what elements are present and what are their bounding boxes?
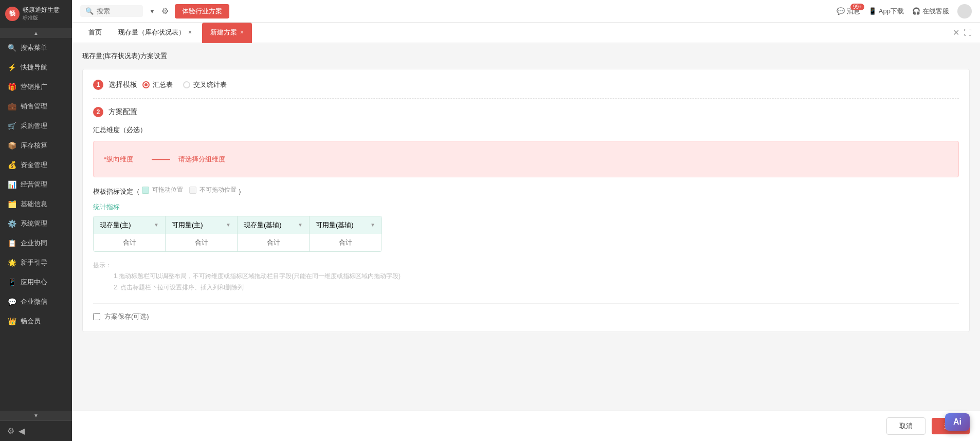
section1-title: 选择模板 [108,80,137,89]
stats-col-header-2[interactable]: 现存量(基辅)▼ [238,216,310,234]
stats-col-chevron-1[interactable]: ▼ [226,222,231,228]
hint-1: 1.拖动标题栏可以调整布局，不可跨维度或指标区域拖动栏目字段(只能在同一维度或指… [93,271,959,282]
radio-summary-btn[interactable] [142,81,150,88]
window-close-btn[interactable]: ✕ [953,28,959,38]
contract-icon: 📋 [7,238,16,248]
save-checkbox[interactable] [93,313,100,320]
member-label: 畅会员 [21,317,41,326]
radio-cross-btn[interactable] [183,81,190,88]
tabs: 首页 现存量（库存状况表） × 新建方案 × ✕ ⛶ [72,23,980,43]
ai-float-button[interactable]: Ai [945,413,970,431]
purchase-icon: 🛒 [7,121,16,131]
stats-col-header-0[interactable]: 现存量(主)▼ [94,216,166,234]
inventory-icon: 📦 [7,141,16,150]
service-icon: 🎧 [912,7,920,15]
tab-inventory-status[interactable]: 现存量（库存状况表） × [110,23,200,43]
section1-num: 1 [93,80,103,90]
operations-label: 经营管理 [21,180,47,189]
tab-new-plan[interactable]: 新建方案 × [202,23,252,43]
sidebar-item-finance[interactable]: 💰 资金管理 [0,155,72,175]
cancel-button[interactable]: 取消 [886,417,925,435]
topbar-gear-btn[interactable]: ⚙ [161,6,169,16]
sidebar-item-search-menu[interactable]: 🔍 搜索菜单 [0,38,72,58]
stats-table-header: 现存量(主)▼可用量(主)▼现存量(基辅)▼可用量(基辅)▼ [94,216,382,234]
msg-icon: 💬 [837,7,845,15]
stats-table: 现存量(主)▼可用量(主)▼现存量(基辅)▼可用量(基辅)▼ 合计合计合计合计 [93,216,382,252]
topbar-app[interactable]: 📱 App下载 [868,7,904,16]
topbar-dropdown-btn[interactable]: ▼ [149,8,155,15]
sidebar-item-quick-nav[interactable]: ⚡ 快捷导航 [0,58,72,77]
settings-icon[interactable]: ⚙ [7,426,14,436]
member-icon: 👑 [7,317,16,326]
search-input[interactable] [97,7,138,15]
radio-cross[interactable]: 交叉统计表 [183,80,227,89]
sidebar-item-contract[interactable]: 📋 企业协同 [0,233,72,253]
tab-home[interactable]: 首页 [80,23,110,43]
legend-draggable-box [142,187,149,194]
stats-col-body-3: 合计 [310,234,382,251]
legend-draggable: 可拖动位置 [142,186,183,194]
template-radio-group: 汇总表 交叉统计表 [142,80,227,89]
indicators-section: 模板指标设定（ 可拖动位置 不可拖动位置 ） [93,186,959,196]
sidebar-scroll-down[interactable]: ▼ [0,411,72,420]
stats-section-title: 统计指标 [93,203,959,212]
collapse-icon[interactable]: ◀ [19,426,25,436]
sidebar-item-newuser[interactable]: 🌟 新手引导 [0,253,72,272]
sidebar-item-purchase[interactable]: 🛒 采购管理 [0,116,72,136]
sidebar-item-marketing[interactable]: 🎁 营销推广 [0,77,72,97]
topbar-right: 💬 消息 99+ 📱 App下载 🎧 在线客服 [837,4,972,19]
bottom-bar: 取消 查询 [72,411,980,441]
section1-header: 1 选择模板 汇总表 交叉统计表 [93,80,959,90]
sidebar-item-appcenter[interactable]: 📱 应用中心 [0,272,72,292]
finance-label: 资金管理 [21,160,47,170]
basic-icon: 🗂️ [7,199,16,209]
sidebar-logo: 畅 畅康通好生意 标准版 [0,0,72,28]
topbar-service[interactable]: 🎧 在线客服 [912,7,949,16]
wechat-icon: 💬 [7,297,16,306]
stats-col-chevron-0[interactable]: ▼ [154,222,159,228]
logo-icon: 畅 [5,7,20,21]
tab-new-plan-close[interactable]: × [240,29,244,36]
section2-title: 方案配置 [108,107,137,117]
newuser-label: 新手引导 [21,258,47,267]
main-content: 🔍 ▼ ⚙ 体验行业方案 💬 消息 99+ 📱 App下载 🎧 在线客服 [72,0,980,441]
stats-col-body-0: 合计 [94,234,166,251]
stats-col-label-0: 现存量(主) [100,220,131,230]
sidebar-item-member[interactable]: 👑 畅会员 [0,311,72,331]
topbar-msg[interactable]: 💬 消息 99+ [837,7,860,16]
sidebar-item-inventory[interactable]: 📦 库存核算 [0,136,72,155]
tab-inventory-close[interactable]: × [188,29,192,36]
search-menu-label: 搜索菜单 [21,43,47,52]
dimension-area[interactable]: *纵向维度 —— 请选择分组维度 [93,141,959,177]
window-expand-btn[interactable]: ⛶ [964,28,972,38]
trial-btn[interactable]: 体验行业方案 [175,4,229,19]
quick-nav-label: 快捷导航 [21,63,47,72]
dimension-placeholder: 请选择分组维度 [178,155,225,164]
stats-col-chevron-2[interactable]: ▼ [298,222,303,228]
msg-badge: 99+ [850,4,864,10]
stats-col-header-3[interactable]: 可用量(基辅)▼ [310,216,382,234]
inventory-label: 库存核算 [21,141,47,150]
marketing-label: 营销推广 [21,82,47,91]
radio-summary[interactable]: 汇总表 [142,80,173,89]
sidebar-item-system[interactable]: ⚙️ 系统管理 [0,214,72,233]
avatar[interactable] [957,4,972,19]
dimension-separator: —— [152,154,170,164]
marketing-icon: 🎁 [7,82,16,91]
sidebar-footer: ⚙ ◀ [0,420,72,441]
legend-fixed-box [189,187,196,194]
system-icon: ⚙️ [7,219,16,228]
sidebar-scroll-up[interactable]: ▲ [0,28,72,38]
basic-label: 基础信息 [21,199,47,209]
topbar-search[interactable]: 🔍 [80,5,143,17]
sidebar-item-sales[interactable]: 💼 销售管理 [0,97,72,116]
sales-icon: 💼 [7,102,16,111]
stats-col-header-1[interactable]: 可用量(主)▼ [166,216,238,234]
save-label: 方案保存(可选) [104,312,149,321]
stats-col-chevron-3[interactable]: ▼ [370,222,375,228]
window-controls: ✕ ⛶ [953,28,972,38]
sidebar-item-operations[interactable]: 📊 经营管理 [0,175,72,194]
sidebar-item-wechat[interactable]: 💬 企业微信 [0,292,72,311]
dimension-subsection-title: 汇总维度（必选） [93,125,959,135]
sidebar-item-basic[interactable]: 🗂️ 基础信息 [0,194,72,214]
